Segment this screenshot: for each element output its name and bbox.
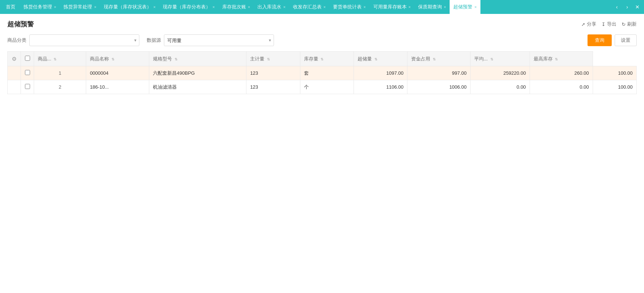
query-button[interactable]: 查询: [588, 34, 612, 46]
table-header-row: ⚙ 商品... ⇅ 商品名称 ⇅ 规格型号 ⇅ 主计量: [8, 52, 637, 66]
tab-churuku-liushui[interactable]: 出入库流水 ×: [254, 0, 289, 14]
tab-shoufacun-huizong[interactable]: 收发存汇总表 ×: [289, 0, 329, 14]
col-capital[interactable]: 资金占用 ⇅: [407, 52, 471, 66]
share-button[interactable]: ➚ 分享: [581, 21, 596, 27]
sort-icon: ⇅: [374, 57, 377, 61]
filter-row: 商品分类 ▾ 数据源 可用量 库存量 ▾ 查询 设置: [7, 34, 637, 46]
settings-gear-icon[interactable]: ⚙: [12, 56, 17, 62]
tab-xiancunliang-kuangkuang[interactable]: 现存量（库存状况表） ×: [100, 0, 159, 14]
export-icon: ↧: [601, 22, 605, 27]
row-capital: 259220.00: [471, 66, 530, 80]
table-body: 1 0000004 六配套新昌490BPG 123 套 1097.00 997.…: [8, 66, 637, 94]
tab-close-icon[interactable]: ×: [474, 5, 476, 9]
row-stock: 1106.00: [354, 80, 407, 94]
tab-jianghuo-yichang[interactable]: 拣货异常处理 ×: [60, 0, 100, 14]
row-gear-cell: [8, 66, 21, 80]
page-header: 超储预警 ➚ 分享 ↧ 导出 ↻ 刷新: [7, 20, 637, 29]
sort-icon: ⇅: [267, 57, 270, 61]
row-overflow: 997.00: [407, 66, 471, 80]
row-index: 1: [34, 66, 86, 80]
sort-icon: ⇅: [433, 57, 436, 61]
col-overflow[interactable]: 超储量 ⇅: [354, 52, 407, 66]
datasource-filter-group: 数据源 可用量 库存量 ▾: [147, 34, 274, 46]
col-checkbox-header: [21, 52, 34, 66]
nav-prev-arrow[interactable]: ‹: [612, 0, 622, 14]
row-unit: 套: [300, 66, 354, 80]
tab-yaohuo-tongji[interactable]: 要货单统计表 ×: [329, 0, 369, 14]
row-stock: 1097.00: [354, 66, 407, 80]
tab-kucun-pici[interactable]: 库存批次账 ×: [219, 0, 254, 14]
col-unit[interactable]: 主计量 ⇅: [246, 52, 300, 66]
row-unit: 个: [300, 80, 354, 94]
row-spec: 123: [246, 66, 300, 80]
share-icon: ➚: [581, 22, 585, 27]
row-gear-cell: [8, 80, 21, 94]
col-product-name[interactable]: 商品名称 ⇅: [86, 52, 149, 66]
row-product-name: 机油滤清器: [149, 80, 246, 94]
tab-close-icon[interactable]: ×: [323, 5, 326, 9]
row-checkbox-cell: [21, 80, 34, 94]
col-spec[interactable]: 规格型号 ⇅: [149, 52, 246, 66]
top-navigation: 首页 拣货任务管理 × 拣货异常处理 × 现存量（库存状况表） × 现存量（库存…: [0, 0, 644, 14]
category-filter-group: 商品分类 ▾: [7, 34, 139, 46]
nav-next-arrow[interactable]: ›: [622, 0, 632, 14]
row-overflow: 1006.00: [407, 80, 471, 94]
tab-chaochuyujing[interactable]: 超储预警 ×: [450, 0, 480, 14]
datasource-select-wrap: 可用量 库存量 ▾: [164, 34, 274, 46]
nav-close-all[interactable]: ✕: [632, 0, 643, 14]
table-row: 2 186-10... 机油滤清器 123 个 1106.00 1006.00 …: [8, 80, 637, 94]
tab-close-icon[interactable]: ×: [283, 5, 285, 9]
table-row: 1 0000004 六配套新昌490BPG 123 套 1097.00 997.…: [8, 66, 637, 80]
tab-keyongliang-zhangben[interactable]: 可用量库存账本 ×: [370, 0, 414, 14]
tab-xiancunliang-fenbiao[interactable]: 现存量（库存分布表） ×: [159, 0, 218, 14]
refresh-icon: ↻: [622, 22, 626, 27]
col-stock[interactable]: 库存量 ⇅: [300, 52, 354, 66]
tab-close-icon[interactable]: ×: [444, 5, 446, 9]
tab-close-icon[interactable]: ×: [409, 5, 411, 9]
row-product-name: 六配套新昌490BPG: [149, 66, 246, 80]
header-actions: ➚ 分享 ↧ 导出 ↻ 刷新: [581, 21, 637, 27]
row-product-code: 0000004: [86, 66, 149, 80]
tab-close-icon[interactable]: ×: [248, 5, 250, 9]
sort-icon: ⇅: [175, 57, 178, 61]
col-product-code[interactable]: 商品... ⇅: [34, 52, 86, 66]
select-all-checkbox[interactable]: [25, 56, 30, 61]
tab-close-icon[interactable]: ×: [153, 5, 155, 9]
row-product-code: 186-10...: [86, 80, 149, 94]
row-avg: 260.00: [530, 66, 593, 80]
data-table: ⚙ 商品... ⇅ 商品名称 ⇅ 规格型号 ⇅ 主计量: [7, 51, 637, 94]
datasource-label: 数据源: [147, 37, 161, 44]
page-container: 超储预警 ➚ 分享 ↧ 导出 ↻ 刷新 商品分类 ▾: [0, 14, 644, 293]
tab-close-icon[interactable]: ×: [212, 5, 215, 9]
row-checkbox[interactable]: [25, 84, 30, 89]
row-index: 2: [34, 80, 86, 94]
category-select[interactable]: [29, 34, 139, 46]
filter-actions: 查询 设置: [588, 34, 637, 46]
settings-button[interactable]: 设置: [615, 34, 637, 46]
row-checkbox[interactable]: [25, 70, 30, 75]
row-capital: 0.00: [471, 80, 530, 94]
sort-icon: ⇅: [54, 57, 56, 61]
col-avg[interactable]: 平均... ⇅: [471, 52, 530, 66]
sort-icon: ⇅: [111, 57, 114, 61]
datasource-select[interactable]: 可用量 库存量: [164, 34, 274, 46]
row-spec: 123: [246, 80, 300, 94]
tab-baozhi-chaxun[interactable]: 保质期查询 ×: [414, 0, 450, 14]
sort-icon: ⇅: [321, 57, 323, 61]
category-select-wrap: ▾: [29, 34, 139, 46]
tab-close-icon[interactable]: ×: [94, 5, 96, 9]
row-max-stock: 100.00: [593, 66, 636, 80]
category-label: 商品分类: [7, 37, 26, 44]
tab-close-icon[interactable]: ×: [54, 5, 56, 9]
nav-arrows: ‹ › ✕: [612, 0, 643, 14]
row-avg: 0.00: [530, 80, 593, 94]
refresh-button[interactable]: ↻ 刷新: [622, 21, 637, 27]
sort-icon: ⇅: [555, 57, 558, 61]
nav-home[interactable]: 首页: [1, 4, 20, 10]
col-max-stock[interactable]: 最高库存 ⇅: [530, 52, 593, 66]
export-button[interactable]: ↧ 导出: [601, 21, 616, 27]
tab-jianghuo-renwu[interactable]: 拣货任务管理 ×: [20, 0, 60, 14]
sort-icon: ⇅: [490, 57, 493, 61]
col-gear: ⚙: [8, 52, 21, 66]
tab-close-icon[interactable]: ×: [363, 5, 366, 9]
